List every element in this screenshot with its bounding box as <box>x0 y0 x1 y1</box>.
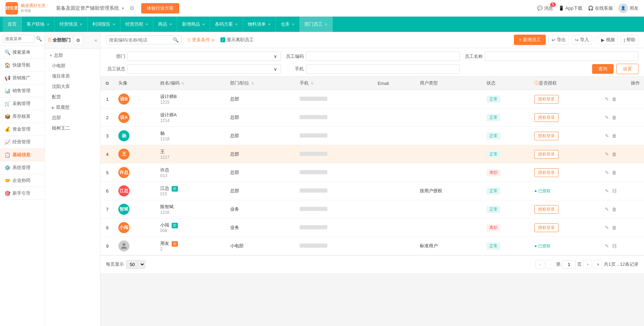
delete-icon[interactable]: 🗑 <box>612 170 617 175</box>
sidebar-item-guide[interactable]: 🎯 新手引导 <box>0 187 45 200</box>
auth-button[interactable]: 授权登录 <box>534 168 559 177</box>
dept-node-shuanglu[interactable]: ▶ 双鹿想 <box>45 102 100 113</box>
tab-history[interactable]: 经营历程✕ <box>120 17 153 32</box>
online-service-item[interactable]: 🎧 在线客服 <box>588 5 613 11</box>
tab-customer[interactable]: 客户联络✕ <box>22 17 55 32</box>
auth-button[interactable]: 授权登录 <box>534 113 559 122</box>
tab-add-goods[interactable]: 新增商品✕ <box>177 17 210 32</box>
edit-icon[interactable]: ✎ <box>605 225 609 230</box>
add-employee-button[interactable]: + 新增员工 <box>514 35 545 45</box>
link-icon[interactable]: ⛓ <box>612 243 617 249</box>
next-page-btn[interactable]: › <box>583 260 592 269</box>
auth-button[interactable]: 授权登录 <box>534 205 559 214</box>
tab-goods-close[interactable]: ✕ <box>169 23 172 26</box>
sidebar-item-basic-info[interactable]: 📋 基础信息 <box>0 149 45 161</box>
col-settings[interactable]: ⚙ <box>100 77 114 90</box>
show-resigned-toggle[interactable]: ✓ 显示离职员工 <box>220 37 254 43</box>
page-input[interactable]: 1 <box>562 261 576 268</box>
delete-icon[interactable]: 🗑 <box>612 225 617 230</box>
tab-dept-staff[interactable]: 部门员工✕ <box>300 17 333 32</box>
col-name[interactable]: 姓名/编码 ⇅ <box>156 77 226 90</box>
trial-button[interactable]: 体验行业方案 <box>141 3 179 14</box>
delete-icon[interactable]: 🗑 <box>612 206 617 212</box>
col-phone[interactable]: 手机 ⇅ <box>296 77 373 90</box>
tab-warehouse[interactable]: 仓库✕ <box>276 17 300 32</box>
tab-bom[interactable]: 物料清单✕ <box>243 17 276 32</box>
edit-icon[interactable]: ✎ <box>605 206 609 212</box>
export-button[interactable]: ↩ 导出 <box>548 35 569 45</box>
tab-operation[interactable]: 经营情况✕ <box>55 17 88 32</box>
auth-button[interactable]: 授权登录 <box>534 150 559 159</box>
phone-input[interactable] <box>306 64 460 74</box>
tab-profit[interactable]: 利润报告✕ <box>88 17 120 32</box>
messages-item[interactable]: 💬 消息 5 <box>537 5 553 11</box>
search-input[interactable] <box>109 37 171 43</box>
edit-icon[interactable]: ✎ <box>605 151 609 157</box>
edit-icon[interactable]: ✎ <box>605 115 609 120</box>
query-button[interactable]: 查询 <box>592 64 614 74</box>
help-button[interactable]: | 帮助 <box>621 35 638 45</box>
dept-select[interactable]: ∨ <box>127 52 281 61</box>
tab-operation-close[interactable]: ✕ <box>80 23 82 26</box>
auth-button[interactable]: 授权登录 <box>534 223 559 232</box>
last-page-btn[interactable]: » <box>593 260 602 269</box>
auth-button[interactable]: 授权登录 <box>534 132 559 140</box>
dept-settings-icon[interactable]: ⚙ <box>73 35 83 45</box>
sidebar-item-purchase[interactable]: 🛒 采购管理 <box>0 97 45 110</box>
edit-icon[interactable]: ✎ <box>605 243 609 249</box>
sidebar-search-input[interactable] <box>3 35 35 43</box>
set-button[interactable]: 设置 <box>616 64 638 74</box>
tab-bom-close[interactable]: ✕ <box>268 23 271 26</box>
sidebar-item-business[interactable]: 📈 经营管理 <box>0 136 45 149</box>
link-icon[interactable]: ⛓ <box>612 188 617 194</box>
user-item[interactable]: 👤 用友 <box>618 3 638 13</box>
tab-home[interactable]: 首页 <box>3 17 22 32</box>
emp-code-input[interactable] <box>306 52 460 61</box>
dept-node-project[interactable]: 项目库房 <box>45 71 100 81</box>
emp-name-input[interactable] <box>485 52 638 61</box>
edit-icon[interactable]: ✎ <box>605 133 609 139</box>
video-button[interactable]: ▶ 视频 <box>598 35 618 45</box>
edit-icon[interactable]: ✎ <box>605 170 609 175</box>
import-button[interactable]: ↪ 导入 <box>572 35 592 45</box>
sidebar-item-finance[interactable]: 💰 资金管理 <box>0 123 45 136</box>
sidebar-item-nav[interactable]: 🏠 快捷导航 <box>0 59 45 72</box>
delete-icon[interactable]: 🗑 <box>612 151 617 157</box>
tab-warehouse-close[interactable]: ✕ <box>292 23 294 26</box>
sidebar-item-inventory[interactable]: 📦 库存核算 <box>0 110 45 123</box>
dept-node-zongbu-child[interactable]: 总部 <box>45 113 100 123</box>
edit-icon[interactable]: ✎ <box>605 188 609 194</box>
delete-icon[interactable]: 🗑 <box>612 96 617 102</box>
tab-add-goods-close[interactable]: ✕ <box>202 23 205 26</box>
delete-icon[interactable]: 🗑 <box>612 115 617 120</box>
edit-icon[interactable]: ✎ <box>605 96 609 102</box>
tab-profit-close[interactable]: ✕ <box>112 23 115 26</box>
first-page-btn[interactable]: « <box>535 260 544 269</box>
sidebar-item-system[interactable]: ⚙️ 系统管理 <box>0 161 45 174</box>
tab-barcode-close[interactable]: ✕ <box>235 23 238 26</box>
per-page-select[interactable]: 50 20 100 <box>126 260 145 269</box>
dept-node-zongbu-root[interactable]: ▼ 总部 <box>45 50 100 61</box>
app-download-item[interactable]: 📱 App下载 <box>559 5 582 11</box>
tab-goods[interactable]: 商品✕ <box>153 17 177 32</box>
tab-customer-close[interactable]: ✕ <box>47 23 49 26</box>
dept-node-zhishu[interactable]: 植树王二 <box>45 123 100 133</box>
dept-node-shenyang[interactable]: 沈阳大库 <box>45 81 100 92</box>
dept-node-xiaodian[interactable]: 小电部 <box>45 61 100 71</box>
tab-dept-staff-close[interactable]: ✕ <box>325 23 327 26</box>
sidebar-item-sales[interactable]: 📊 销售管理 <box>0 85 45 97</box>
delete-icon[interactable]: 🗑 <box>612 133 617 139</box>
sidebar-item-collab[interactable]: 🤝 企业协同 <box>0 174 45 187</box>
auth-button[interactable]: 授权登录 <box>534 95 559 104</box>
sidebar-item-search[interactable]: 🔍 搜索菜单 <box>0 46 45 59</box>
tab-history-close[interactable]: ✕ <box>145 23 148 26</box>
prev-page-btn[interactable]: ‹ <box>546 260 555 269</box>
more-filter-btn[interactable]: ▽ 更多条件 ∧ <box>184 35 218 44</box>
dept-node-peihuo[interactable]: 配货 <box>45 92 100 102</box>
tab-barcode[interactable]: 条码方案✕ <box>210 17 243 32</box>
dept-collapse-btn[interactable]: « <box>94 37 97 43</box>
col-dept[interactable]: 部门/职位 ⇅ <box>226 77 296 90</box>
settings-icon[interactable]: ⚙ <box>129 5 134 11</box>
system-title-dropdown[interactable]: ▾ <box>122 6 124 11</box>
emp-status-select[interactable]: ∨ <box>127 64 281 74</box>
